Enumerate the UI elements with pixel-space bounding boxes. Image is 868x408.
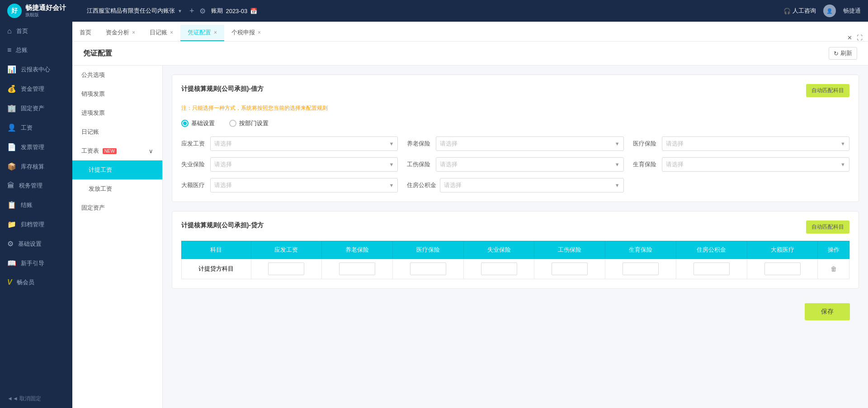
left-nav-journal[interactable]: 日记账 bbox=[72, 122, 162, 141]
credit-section: 计提核算规则(公司承担)-贷方 自动匹配科目 科目 应发工资 养老保险 医疗保险… bbox=[172, 211, 859, 289]
add-tab-button[interactable]: + bbox=[189, 6, 194, 16]
form-item-shengyu: 生育保险 请选择 ▼ bbox=[633, 157, 849, 172]
sidebar-item-guide[interactable]: 📖 新手引导 bbox=[0, 253, 72, 273]
sidebar-label-member: 畅会员 bbox=[17, 278, 34, 286]
cell-shiye[interactable] bbox=[463, 259, 534, 279]
left-nav-fixed-assets[interactable]: 固定资产 bbox=[72, 198, 162, 217]
tab-expand-icon[interactable]: ⛶ bbox=[857, 34, 863, 41]
input-shiye[interactable] bbox=[481, 263, 517, 275]
radio-basic-setting[interactable]: 基础设置 bbox=[181, 119, 215, 127]
tab-home[interactable]: 首页 bbox=[72, 25, 99, 41]
tab-fund-analysis[interactable]: 资金分析 × bbox=[99, 25, 142, 41]
save-button[interactable]: 保存 bbox=[805, 303, 850, 320]
company-arrow-icon[interactable]: ▼ bbox=[178, 9, 182, 14]
headset-icon: 🎧 bbox=[783, 8, 791, 14]
refresh-icon: ↻ bbox=[834, 50, 839, 57]
input-yingfa[interactable] bbox=[268, 263, 304, 275]
credit-table-header-row: 科目 应发工资 养老保险 医疗保险 失业保险 工伤保险 生育保险 住房公积金 大… bbox=[182, 241, 849, 259]
input-shengyu[interactable] bbox=[623, 263, 659, 275]
logo-icon: 好 bbox=[7, 4, 22, 18]
tab-voucher-config[interactable]: 凭证配置 × bbox=[180, 25, 224, 41]
sidebar-item-closing[interactable]: 📋 结账 bbox=[0, 195, 72, 215]
debit-auto-match-button[interactable]: 自动匹配科目 bbox=[806, 84, 849, 97]
input-yanglao[interactable] bbox=[339, 263, 375, 275]
left-nav-purchase-invoice[interactable]: 进项发票 bbox=[72, 103, 162, 122]
reports-icon: 📊 bbox=[7, 65, 16, 74]
tab-close-all-icon[interactable]: ✕ bbox=[847, 34, 852, 41]
header-company[interactable]: 江西服宝精品有限责任公司内账张 ▼ bbox=[87, 7, 182, 15]
page-title: 凭证配置 bbox=[83, 49, 112, 58]
sidebar-label-funds: 资金管理 bbox=[21, 85, 44, 93]
cell-gongshang[interactable] bbox=[534, 259, 605, 279]
select-gongjijin-placeholder: 请选择 bbox=[444, 181, 462, 189]
tab-tax-declaration-close[interactable]: × bbox=[258, 29, 261, 36]
support-button[interactable]: 🎧 人工咨询 bbox=[783, 7, 816, 15]
credit-auto-match-button[interactable]: 自动匹配科目 bbox=[806, 220, 849, 234]
cell-yingfa[interactable] bbox=[251, 259, 322, 279]
input-yiliao[interactable] bbox=[410, 263, 446, 275]
sidebar-unpin-button[interactable]: ◄◄ 取消固定 bbox=[0, 389, 72, 408]
sidebar-item-ledger[interactable]: ≡ 总账 bbox=[0, 41, 72, 60]
avatar[interactable]: 👤 bbox=[823, 5, 836, 17]
tab-tax-declaration[interactable]: 个税申报 × bbox=[224, 25, 268, 41]
sidebar-item-assets[interactable]: 🏢 固定资产 bbox=[0, 98, 72, 118]
sidebar-item-settings[interactable]: ⚙ 基础设置 bbox=[0, 234, 72, 253]
settings-icon[interactable]: ⚙ bbox=[199, 7, 206, 15]
input-gongshang[interactable] bbox=[552, 263, 588, 275]
select-gongshang[interactable]: 请选择 ▼ bbox=[436, 157, 623, 172]
delete-row-icon[interactable]: 🗑 bbox=[830, 265, 837, 272]
radio-dept-setting[interactable]: 按部门设置 bbox=[229, 119, 269, 127]
sidebar-item-salary[interactable]: 👤 工资 bbox=[0, 118, 72, 137]
refresh-button[interactable]: ↻ 刷新 bbox=[829, 47, 857, 60]
sidebar-item-tax[interactable]: 🏛 税务管理 bbox=[0, 176, 72, 195]
sidebar-item-home[interactable]: ⌂ 首页 bbox=[0, 22, 72, 41]
calendar-icon[interactable]: 📅 bbox=[250, 8, 257, 14]
select-yanglao[interactable]: 请选择 ▼ bbox=[436, 136, 623, 151]
cell-shengyu[interactable] bbox=[605, 259, 676, 279]
select-yingfa[interactable]: 请选择 ▼ bbox=[210, 136, 398, 151]
credit-section-header: 计提核算规则(公司承担)-贷方 自动匹配科目 bbox=[181, 220, 849, 234]
main-content: 计提核算规则(公司承担)-借方 自动匹配科目 注：只能选择一种方式，系统将按照您… bbox=[163, 66, 868, 408]
select-yanglao-arrow: ▼ bbox=[615, 141, 620, 146]
select-shiye[interactable]: 请选择 ▼ bbox=[210, 157, 398, 172]
left-nav-accrue-salary[interactable]: 计提工资 bbox=[72, 160, 162, 179]
label-yiliao: 医疗保险 bbox=[633, 140, 658, 148]
select-shengyu-placeholder: 请选择 bbox=[666, 160, 684, 169]
left-nav-sales-invoice[interactable]: 销项发票 bbox=[72, 84, 162, 103]
funds-icon: 💰 bbox=[7, 84, 16, 93]
tab-fund-analysis-close[interactable]: × bbox=[132, 29, 135, 36]
radio-group: 基础设置 按部门设置 bbox=[181, 119, 849, 127]
cell-yanglao[interactable] bbox=[322, 259, 393, 279]
sidebar-item-reports[interactable]: 📊 云报表中心 bbox=[0, 60, 72, 79]
select-yiliao[interactable]: 请选择 ▼ bbox=[662, 136, 849, 151]
select-gongjijin[interactable]: 请选择 ▼ bbox=[440, 178, 623, 192]
tab-voucher-config-close[interactable]: × bbox=[214, 29, 217, 36]
label-yingfa: 应发工资 bbox=[181, 140, 207, 148]
cell-gongjijin[interactable] bbox=[676, 259, 747, 279]
tab-journal-close[interactable]: × bbox=[170, 29, 173, 36]
cell-yiliao[interactable] bbox=[392, 259, 463, 279]
input-gongjijin[interactable] bbox=[693, 263, 730, 275]
select-dae[interactable]: 请选择 ▼ bbox=[210, 178, 398, 192]
logo-area: 好 畅捷通好会计 旗舰版 bbox=[7, 4, 80, 18]
sidebar-item-member[interactable]: V 畅会员 bbox=[0, 273, 72, 292]
unpin-label: ◄◄ 取消固定 bbox=[7, 395, 41, 403]
radio-dept-label: 按部门设置 bbox=[239, 119, 269, 127]
cell-dae[interactable] bbox=[747, 259, 818, 279]
sidebar-item-archive[interactable]: 📁 归档管理 bbox=[0, 215, 72, 234]
left-nav-public[interactable]: 公共选项 bbox=[72, 66, 162, 84]
left-nav-salary-table[interactable]: 工资表 NEW ∨ bbox=[72, 141, 162, 160]
sidebar-item-funds[interactable]: 💰 资金管理 bbox=[0, 79, 72, 98]
input-dae[interactable] bbox=[764, 263, 801, 275]
tab-journal[interactable]: 日记账 × bbox=[142, 25, 180, 41]
left-nav-pay-salary[interactable]: 发放工资 bbox=[72, 179, 162, 198]
support-label: 人工咨询 bbox=[793, 7, 816, 15]
select-yiliao-placeholder: 请选择 bbox=[666, 140, 684, 148]
cell-action[interactable]: 🗑 bbox=[818, 259, 849, 279]
select-shengyu[interactable]: 请选择 ▼ bbox=[662, 157, 849, 172]
table-row: 计提贷方科目 🗑 bbox=[182, 259, 849, 279]
logo-subtext: 旗舰版 bbox=[25, 12, 66, 18]
sidebar-item-inventory[interactable]: 📦 库存核算 bbox=[0, 157, 72, 176]
sidebar-item-invoice[interactable]: 📄 发票管理 bbox=[0, 137, 72, 157]
col-shiye: 失业保险 bbox=[463, 241, 534, 259]
